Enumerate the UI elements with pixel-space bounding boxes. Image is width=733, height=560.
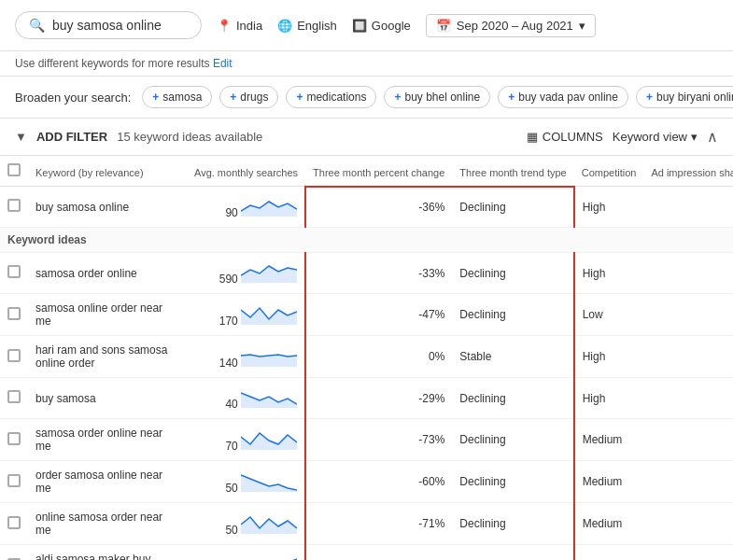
chip-drugs[interactable]: + drugs [219,86,278,108]
idea-row-6: online samosa order near me 50 -71% Decl… [0,503,733,545]
keyword-ideas-header: Keyword ideas [0,228,733,253]
plus-icon: + [296,91,303,104]
idea-row-0: samosa order online 590 -33% Declining H… [0,253,733,294]
chip-buy-biryani[interactable]: + buy biryani online [636,86,733,108]
svg-marker-1 [241,266,297,283]
row5-avg: 50 [187,461,305,503]
chip-buy-vada-pav[interactable]: + buy vada pav online [498,86,628,108]
table-wrap: Keyword (by relevance) Avg. monthly sear… [0,156,733,560]
broaden-row: Broaden your search: + samosa + drugs + … [0,77,733,119]
chip-buy-bhel-online[interactable]: + buy bhel online [384,86,490,108]
chip-buy-bhel-label: buy bhel online [404,91,480,104]
main-sparkline [241,194,297,217]
idea-row-3: buy samosa 40 -29% Declining High – ₹1.5… [0,378,733,419]
row5-checkbox[interactable] [7,474,21,487]
keyword-view-button[interactable]: Keyword view ▾ [613,130,698,144]
row4-checkbox[interactable] [7,432,21,445]
row1-competition: Low [574,294,644,336]
row0-impression: – [643,253,733,294]
row3-pct: -29% [305,378,452,419]
row2-avg: 140 [187,336,305,378]
main-trend: Declining [452,187,573,228]
keywords-table: Keyword (by relevance) Avg. monthly sear… [0,156,733,560]
row4-sparkline [241,427,297,450]
filter-count: 15 keyword ideas available [117,130,262,144]
row5-competition: Medium [574,461,644,503]
row3-checkbox[interactable] [7,390,21,403]
row3-keyword: buy samosa [28,378,187,419]
row1-impression: – [643,294,733,336]
columns-label: COLUMNS [543,130,603,144]
search-bar: 🔍 buy samosa online 📍 India 🌐 English 🔲 … [0,0,733,51]
row0-keyword: samosa order online [28,253,187,294]
row4-pct: -73% [305,419,452,461]
row2-checkbox[interactable] [7,349,21,362]
search-query: buy samosa online [52,18,162,33]
col-avg-monthly: Avg. monthly searches [187,156,305,187]
keyword-ideas-label: Keyword ideas [0,228,733,253]
svg-marker-7 [241,517,297,534]
plus-icon: + [394,91,401,104]
svg-marker-3 [241,355,297,367]
idea-row-4: samosa order online near me 70 -73% Decl… [0,419,733,461]
network-meta: 🔲 Google [352,19,411,33]
chip-medications-label: medications [306,91,366,104]
idea-row-1: samosa online order near me 170 -47% Dec… [0,294,733,336]
chip-medications[interactable]: + medications [286,86,376,108]
filter-label[interactable]: ADD FILTER [36,130,107,144]
columns-icon: ▦ [527,130,538,144]
row3-trend: Declining [452,378,573,419]
date-range[interactable]: 📅 Sep 2020 – Aug 2021 ▾ [426,14,596,37]
row7-impression: – [643,545,733,561]
col-three-month-pct: Three month percent change [305,156,452,187]
edit-link[interactable]: Edit [213,57,233,70]
row6-avg: 50 [187,503,305,545]
network-label: Google [372,19,411,33]
row7-keyword: aldi samosa maker buy online [28,545,187,561]
columns-button[interactable]: ▦ COLUMNS [527,130,603,144]
row2-competition: High [574,336,644,378]
row6-impression: – [643,503,733,545]
row1-sparkline [241,302,297,325]
svg-marker-4 [241,393,297,408]
row3-sparkline [241,385,297,408]
row0-avg: 590 [187,253,305,294]
row3-avg: 40 [187,378,305,419]
row1-checkbox[interactable] [7,307,21,320]
language-icon: 🌐 [277,19,292,33]
row7-avg: 10 [187,545,305,561]
main-avg: 90 [187,187,305,228]
main-row-checkbox[interactable] [7,199,21,212]
idea-row-5: order samosa online near me 50 -60% Decl… [0,461,733,503]
chip-buy-vada-pav-label: buy vada pav online [518,91,618,104]
chip-samosa[interactable]: + samosa [142,86,212,108]
svg-marker-6 [241,475,297,492]
keyword-view-label: Keyword view [613,130,687,144]
row7-pct: 0% [305,545,452,561]
row0-trend: Declining [452,253,573,294]
row0-competition: High [574,253,644,294]
language-meta: 🌐 English [277,19,337,33]
idea-row-2: hari ram and sons samosa online order 14… [0,336,733,378]
search-icon: 🔍 [29,18,45,33]
row6-keyword: online samosa order near me [28,503,187,545]
row6-trend: Declining [452,503,573,545]
search-input-wrap[interactable]: 🔍 buy samosa online [15,11,202,39]
row4-avg: 70 [187,419,305,461]
row6-checkbox[interactable] [7,516,21,529]
main-impression: – [643,187,733,228]
row2-pct: 0% [305,336,452,378]
select-all-checkbox[interactable] [7,163,21,176]
calendar-icon: 📅 [436,19,451,33]
row6-pct: -71% [305,503,452,545]
row5-impression: – [643,461,733,503]
chevron-down-icon: ▾ [691,130,698,144]
collapse-button[interactable]: ∧ [707,128,718,146]
row0-checkbox[interactable] [7,265,21,278]
idea-row-7: aldi samosa maker buy online 10 0% Stabl… [0,545,733,561]
filter-icon: ▼ [15,130,27,144]
filter-row: ▼ ADD FILTER 15 keyword ideas available … [0,119,733,156]
plus-icon: + [230,91,236,104]
row6-competition: Medium [574,503,644,545]
hint-row: Use different keywords for more results … [0,51,733,77]
